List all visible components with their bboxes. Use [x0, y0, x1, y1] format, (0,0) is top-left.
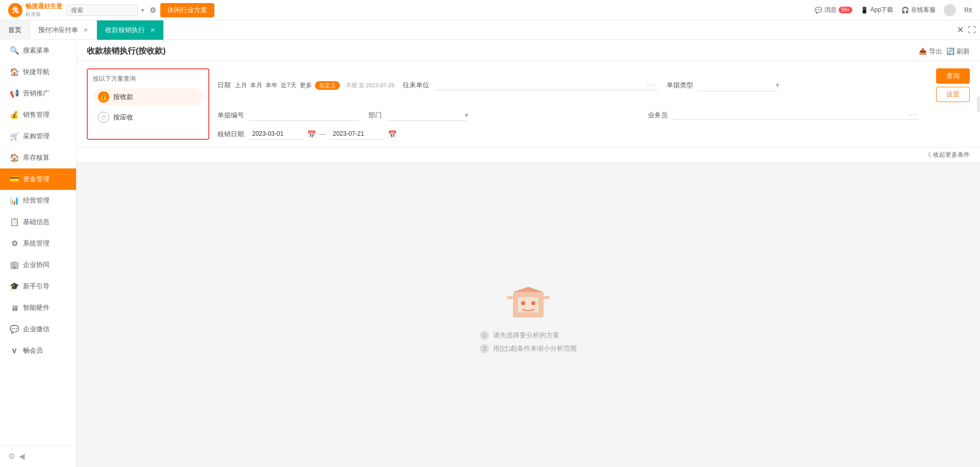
finance-icon: 💳 — [10, 175, 19, 184]
filter-collapse-button[interactable]: 《 — [977, 96, 980, 112]
messages-label: 消息 — [824, 6, 837, 14]
search-menu-icon: 🔍 — [10, 46, 19, 55]
brand-text: 畅捷通好生意 标准版 — [26, 2, 62, 18]
export-button[interactable]: 📤 导出 — [919, 47, 942, 56]
solution-button[interactable]: 休闲行业方案 — [160, 3, 214, 17]
sidebar-item-quick-nav[interactable]: 🏠 快捷导航 — [0, 61, 76, 83]
refresh-button[interactable]: 🔄 刷新 — [946, 47, 970, 56]
tab-maximize-button[interactable]: ⛶ — [968, 26, 976, 35]
counterpart-label: 往来单位 — [403, 81, 429, 90]
export-icon: 📤 — [919, 47, 927, 55]
end-calendar-icon[interactable]: 📅 — [388, 130, 397, 138]
sidebar-item-basic-info[interactable]: 📋 基础信息 — [0, 211, 76, 233]
sidebar-item-finance[interactable]: 💳 资金管理 — [0, 168, 76, 190]
tab-home[interactable]: 首页 — [0, 20, 30, 40]
write-off-end-input[interactable] — [329, 128, 385, 140]
doc-type-label: 单据类型 — [667, 81, 693, 90]
export-label: 导出 — [929, 47, 942, 56]
marketing-icon: 📢 — [10, 89, 19, 98]
sales-more-icon[interactable]: ··· — [907, 110, 917, 119]
date-this-year[interactable]: 本年 — [265, 81, 278, 90]
tab-prepay[interactable]: 预付冲应付单 ✕ — [30, 20, 97, 40]
tip-num-1: 1 — [480, 331, 489, 340]
user-avatar[interactable] — [944, 4, 956, 16]
collapse-more-label: 收起更多条件 — [933, 151, 970, 159]
filter-option-by-receipt[interactable]: 💰 按收款 — [93, 88, 203, 106]
content-header: 收款核销执行(按收款) 📤 导出 🔄 刷新 — [77, 40, 980, 61]
date-more[interactable]: 更多 — [300, 81, 312, 90]
empty-tip-2: 2 用[过滤]条件来缩小分析范围 — [480, 344, 576, 353]
sidebar-bottom: ⚙ ◀ — [0, 445, 76, 467]
filter-option-by-receivable[interactable]: ⏱ 按应收 — [93, 109, 203, 126]
tab-close-all-button[interactable]: ✕ — [957, 25, 964, 35]
date-last-7-days[interactable]: 近7天 — [281, 81, 297, 90]
refresh-label: 刷新 — [957, 47, 970, 56]
date-this-month[interactable]: 本月 — [250, 81, 262, 90]
filter-panel: 按以下方案查询 💰 按收款 ⏱ 按应收 《 日期 上月 — [77, 61, 980, 148]
date-dash: — — [319, 130, 326, 138]
headset-icon: 🎧 — [901, 7, 909, 14]
counterpart-more-icon[interactable]: ··· — [646, 81, 656, 90]
inventory-icon: 🏠 — [10, 153, 19, 162]
gear-icon[interactable]: ⚙ — [150, 6, 156, 15]
sidebar-item-operations[interactable]: 📊 经营管理 — [0, 190, 76, 211]
start-calendar-icon[interactable]: 📅 — [307, 130, 316, 138]
sidebar-item-marketing[interactable]: 📢 营销推广 — [0, 83, 76, 104]
purchase-icon: 🛒 — [10, 132, 19, 141]
sidebar-label-operations: 经营管理 — [23, 196, 50, 205]
write-off-start-input[interactable] — [248, 128, 304, 140]
doc-number-input[interactable] — [248, 109, 360, 121]
logo-area: 兔 畅捷通好生意 标准版 — [8, 2, 62, 18]
collapse-more-button[interactable]: 《 收起更多条件 — [925, 151, 970, 159]
sales-icon: 💰 — [10, 110, 19, 119]
user-name: Rit — [964, 7, 972, 14]
member-icon: V — [10, 347, 19, 355]
filter-left-title: 按以下方案查询 — [93, 75, 203, 83]
tab-receipts-label: 收款核销执行 — [105, 26, 145, 35]
online-service-label: 在线客服 — [911, 6, 936, 14]
sidebar-label-inventory: 库存核算 — [23, 153, 50, 162]
sidebar-item-wechat[interactable]: 💬 企业微信 — [0, 318, 76, 340]
query-button[interactable]: 查询 — [936, 68, 970, 84]
date-custom-badge[interactable]: 自定义 — [315, 81, 340, 90]
counterpart-field-group: 往来单位 ··· — [403, 81, 658, 90]
settings-button[interactable]: 设置 — [936, 87, 970, 102]
date-last-month[interactable]: 上月 — [235, 81, 247, 90]
sidebar-item-enterprise[interactable]: 🏢 企业协同 — [0, 254, 76, 276]
tab-receipts[interactable]: 收款核销执行 ✕ — [97, 20, 164, 40]
messages-item[interactable]: 💬 消息 99+ — [815, 6, 852, 14]
wechat-icon: 💬 — [10, 325, 19, 334]
search-input[interactable] — [66, 5, 138, 16]
date-label: 日期 — [217, 81, 231, 90]
brand-edition: 标准版 — [26, 11, 62, 18]
sidebar-settings-icon[interactable]: ⚙ — [8, 452, 15, 461]
top-bar: 兔 畅捷通好生意 标准版 ▼ ⚙ 休闲行业方案 💬 消息 99+ 📱 App下载… — [0, 0, 980, 20]
logo-icon: 兔 — [8, 3, 22, 17]
dept-label: 部门 — [369, 111, 382, 120]
doc-type-field-group: 单据类型 ▼ — [667, 80, 922, 91]
dept-select[interactable] — [386, 109, 468, 121]
content-area: 收款核销执行(按收款) 📤 导出 🔄 刷新 按以下方案查询 💰 按收款 — [77, 40, 980, 467]
date-field-group: 日期 上月 本月 本年 近7天 更多 自定义 不限 至 2023-07-26 — [217, 81, 395, 90]
app-download-label: App下载 — [870, 6, 893, 14]
online-service-item[interactable]: 🎧 在线客服 — [901, 6, 936, 14]
tab-receipts-close-icon[interactable]: ✕ — [150, 27, 155, 34]
sidebar-item-system[interactable]: ⚙ 系统管理 — [0, 233, 76, 254]
sidebar-collapse-icon[interactable]: ◀ — [19, 452, 25, 461]
sales-label: 业务员 — [648, 111, 668, 120]
sidebar-item-search-menu[interactable]: 🔍 搜索菜单 — [0, 40, 76, 61]
sidebar-item-purchase[interactable]: 🛒 采购管理 — [0, 126, 76, 147]
sidebar-item-guide[interactable]: 🎓 新手引导 — [0, 276, 76, 297]
tab-prepay-close-icon[interactable]: ✕ — [83, 27, 88, 34]
page-title: 收款核销执行(按收款) — [87, 46, 166, 57]
sidebar-item-member[interactable]: V 畅会员 — [0, 340, 76, 361]
by-receivable-icon: ⏱ — [98, 112, 109, 123]
top-bar-left: 兔 畅捷通好生意 标准版 ▼ ⚙ 休闲行业方案 — [8, 2, 214, 18]
sidebar-item-inventory[interactable]: 🏠 库存核算 — [0, 147, 76, 168]
sidebar-item-sales[interactable]: 💰 销售管理 — [0, 104, 76, 126]
app-download-item[interactable]: 📱 App下载 — [861, 6, 893, 14]
sidebar-item-hardware[interactable]: 🖥 智能硬件 — [0, 297, 76, 318]
refresh-icon: 🔄 — [946, 47, 954, 55]
doc-type-select[interactable] — [697, 80, 779, 91]
sidebar-label-enterprise: 企业协同 — [23, 260, 50, 269]
